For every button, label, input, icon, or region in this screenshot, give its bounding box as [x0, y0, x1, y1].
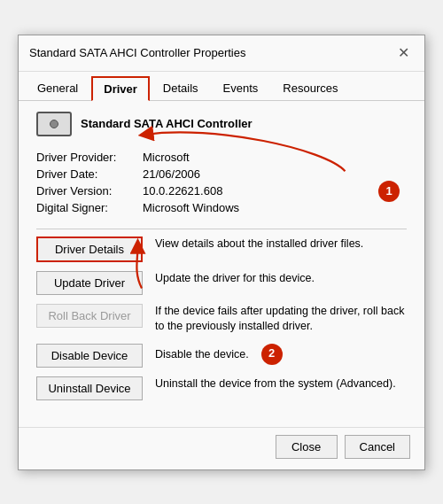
tab-details[interactable]: Details: [152, 76, 210, 101]
divider: [36, 229, 407, 229]
label-version: Driver Version:: [36, 184, 143, 198]
action-row-driver-details: Driver Details View details about the in…: [36, 236, 407, 262]
value-version: 10.0.22621.608: [143, 184, 222, 198]
tab-content: Standard SATA AHCI Controller Driver Pro…: [19, 101, 424, 420]
action-row-disable-device: Disable Device Disable the device. 2: [36, 344, 407, 368]
roll-back-driver-button: Roll Back Driver: [36, 304, 143, 328]
annotation-circle-1: 1: [378, 181, 400, 202]
roll-back-desc: If the device fails after updating the d…: [155, 304, 407, 335]
info-row-signer: Digital Signer: Microsoft Windows: [36, 201, 407, 214]
device-icon: [36, 112, 72, 136]
title-bar: Standard SATA AHCI Controller Properties…: [19, 35, 424, 72]
tab-resources[interactable]: Resources: [271, 76, 349, 101]
value-provider: Microsoft: [143, 151, 190, 164]
update-driver-desc: Update the driver for this device.: [155, 271, 407, 287]
driver-info-table: Driver Provider: Microsoft Driver Date: …: [36, 151, 407, 214]
tab-events[interactable]: Events: [212, 76, 270, 101]
close-button[interactable]: Close: [276, 435, 338, 459]
device-header: Standard SATA AHCI Controller: [36, 112, 407, 136]
driver-details-desc: View details about the installed driver …: [155, 236, 407, 252]
driver-details-button[interactable]: Driver Details: [36, 236, 143, 262]
label-signer: Digital Signer:: [36, 201, 143, 214]
annotation-1-area: 1: [378, 181, 400, 202]
device-name: Standard SATA AHCI Controller: [81, 117, 253, 130]
label-date: Driver Date:: [36, 167, 143, 181]
disable-device-button[interactable]: Disable Device: [36, 344, 143, 368]
action-row-update-driver: Update Driver Update the driver for this…: [36, 271, 407, 295]
dialog-footer: Close Cancel: [19, 427, 424, 469]
value-signer: Microsoft Windows: [143, 201, 239, 214]
info-row-date: Driver Date: 21/06/2006: [36, 167, 407, 181]
value-date: 21/06/2006: [143, 167, 200, 181]
info-row-provider: Driver Provider: Microsoft: [36, 151, 407, 164]
action-row-roll-back: Roll Back Driver If the device fails aft…: [36, 304, 407, 335]
tab-driver[interactable]: Driver: [91, 76, 150, 101]
tab-bar: General Driver Details Events Resources: [19, 72, 424, 101]
disable-device-desc: Disable the device. 2: [155, 344, 407, 365]
uninstall-device-button[interactable]: Uninstall Device: [36, 376, 143, 400]
update-driver-button[interactable]: Update Driver: [36, 271, 143, 295]
dialog-window: Standard SATA AHCI Controller Properties…: [18, 35, 425, 470]
annotation-circle-2: 2: [261, 344, 283, 365]
info-row-version: Driver Version: 10.0.22621.608: [36, 184, 407, 198]
action-row-uninstall-device: Uninstall Device Uninstall the device fr…: [36, 376, 407, 400]
window-title: Standard SATA AHCI Controller Properties: [29, 46, 245, 59]
uninstall-desc: Uninstall the device from the system (Ad…: [155, 376, 407, 392]
tab-general[interactable]: General: [26, 76, 89, 101]
close-window-button[interactable]: ✕: [392, 43, 414, 64]
label-provider: Driver Provider:: [36, 151, 143, 164]
cancel-button[interactable]: Cancel: [345, 435, 410, 459]
